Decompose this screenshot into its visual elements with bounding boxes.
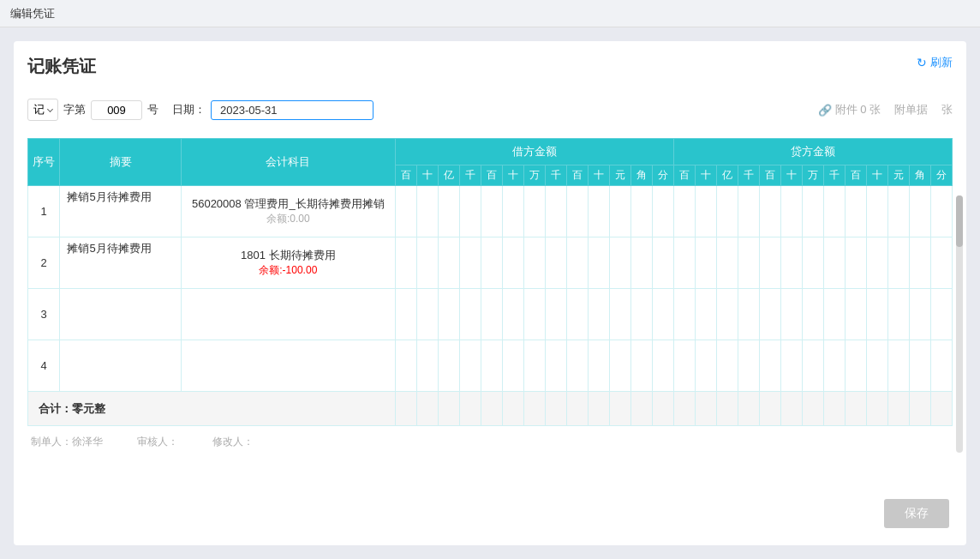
debit-digit-cell[interactable] [523, 237, 545, 289]
scrollbar-thumb[interactable] [956, 195, 963, 247]
debit-digit-cell[interactable] [652, 237, 673, 289]
credit-digit-cell[interactable] [780, 340, 802, 392]
debit-digit-cell[interactable] [588, 289, 609, 340]
credit-digit-cell[interactable] [930, 237, 952, 289]
debit-digit-cell[interactable] [545, 340, 566, 392]
credit-digit-cell[interactable] [866, 289, 887, 340]
credit-digit-cell[interactable] [866, 237, 887, 289]
debit-digit-cell[interactable] [566, 186, 588, 237]
debit-digit-cell[interactable] [502, 289, 523, 340]
debit-digit-cell[interactable] [609, 340, 630, 392]
debit-digit-cell[interactable] [545, 186, 566, 237]
attachment-link[interactable]: 🔗 附件 0 张 [818, 102, 881, 117]
debit-digit-cell[interactable] [588, 237, 609, 289]
credit-digit-cell[interactable] [759, 340, 780, 392]
debit-digit-cell[interactable] [545, 289, 566, 340]
credit-digit-cell[interactable] [930, 340, 952, 392]
credit-digit-cell[interactable] [887, 237, 909, 289]
debit-digit-cell[interactable] [609, 186, 630, 237]
debit-digit-cell[interactable] [395, 340, 416, 392]
row-account[interactable]: 56020008 管理费用_长期待摊费用摊销余额:0.00 [181, 186, 395, 237]
debit-digit-cell[interactable] [416, 340, 438, 392]
debit-digit-cell[interactable] [395, 237, 416, 289]
credit-digit-cell[interactable] [738, 289, 759, 340]
debit-digit-cell[interactable] [630, 186, 652, 237]
row-summary[interactable]: 摊销5月待摊费用 [60, 237, 181, 289]
row-summary[interactable]: 摊销5月待摊费用 [60, 186, 181, 237]
credit-digit-cell[interactable] [780, 186, 802, 237]
debit-digit-cell[interactable] [566, 340, 588, 392]
row-summary[interactable] [60, 340, 181, 392]
debit-digit-cell[interactable] [502, 237, 523, 289]
row-summary[interactable] [60, 289, 181, 340]
debit-digit-cell[interactable] [481, 289, 502, 340]
debit-digit-cell[interactable] [609, 289, 630, 340]
credit-digit-cell[interactable] [673, 340, 695, 392]
credit-digit-cell[interactable] [673, 237, 695, 289]
credit-digit-cell[interactable] [845, 289, 866, 340]
debit-digit-cell[interactable] [545, 237, 566, 289]
debit-digit-cell[interactable] [502, 340, 523, 392]
credit-digit-cell[interactable] [930, 289, 952, 340]
credit-digit-cell[interactable] [780, 237, 802, 289]
credit-digit-cell[interactable] [716, 289, 738, 340]
credit-digit-cell[interactable] [845, 237, 866, 289]
debit-digit-cell[interactable] [438, 186, 459, 237]
credit-digit-cell[interactable] [716, 340, 738, 392]
debit-digit-cell[interactable] [395, 186, 416, 237]
debit-digit-cell[interactable] [523, 186, 545, 237]
refresh-button[interactable]: ↻ 刷新 [917, 55, 953, 70]
debit-digit-cell[interactable] [416, 289, 438, 340]
debit-digit-cell[interactable] [502, 186, 523, 237]
scrollbar[interactable] [956, 195, 963, 453]
credit-digit-cell[interactable] [823, 237, 845, 289]
debit-digit-cell[interactable] [481, 237, 502, 289]
credit-digit-cell[interactable] [780, 289, 802, 340]
debit-digit-cell[interactable] [481, 186, 502, 237]
credit-digit-cell[interactable] [823, 289, 845, 340]
debit-digit-cell[interactable] [652, 340, 673, 392]
credit-digit-cell[interactable] [695, 237, 716, 289]
credit-digit-cell[interactable] [759, 237, 780, 289]
debit-digit-cell[interactable] [566, 237, 588, 289]
debit-digit-cell[interactable] [416, 186, 438, 237]
credit-digit-cell[interactable] [759, 186, 780, 237]
debit-digit-cell[interactable] [630, 340, 652, 392]
debit-digit-cell[interactable] [438, 340, 459, 392]
credit-digit-cell[interactable] [845, 186, 866, 237]
credit-digit-cell[interactable] [738, 340, 759, 392]
credit-digit-cell[interactable] [802, 237, 823, 289]
debit-digit-cell[interactable] [652, 289, 673, 340]
debit-digit-cell[interactable] [609, 237, 630, 289]
credit-digit-cell[interactable] [738, 237, 759, 289]
debit-digit-cell[interactable] [459, 289, 481, 340]
credit-digit-cell[interactable] [909, 186, 930, 237]
debit-digit-cell[interactable] [459, 340, 481, 392]
row-account[interactable] [181, 340, 395, 392]
credit-digit-cell[interactable] [823, 340, 845, 392]
credit-digit-cell[interactable] [716, 186, 738, 237]
credit-digit-cell[interactable] [738, 186, 759, 237]
credit-digit-cell[interactable] [802, 186, 823, 237]
debit-digit-cell[interactable] [523, 289, 545, 340]
credit-digit-cell[interactable] [930, 186, 952, 237]
credit-digit-cell[interactable] [909, 289, 930, 340]
debit-digit-cell[interactable] [395, 289, 416, 340]
credit-digit-cell[interactable] [802, 289, 823, 340]
debit-digit-cell[interactable] [416, 237, 438, 289]
attachment-doc[interactable]: 附单据 [894, 102, 928, 117]
credit-digit-cell[interactable] [866, 186, 887, 237]
credit-digit-cell[interactable] [887, 340, 909, 392]
credit-digit-cell[interactable] [866, 340, 887, 392]
credit-digit-cell[interactable] [802, 340, 823, 392]
zi-number-input[interactable] [91, 100, 142, 120]
credit-digit-cell[interactable] [695, 340, 716, 392]
credit-digit-cell[interactable] [887, 186, 909, 237]
debit-digit-cell[interactable] [588, 340, 609, 392]
credit-digit-cell[interactable] [673, 289, 695, 340]
debit-digit-cell[interactable] [630, 237, 652, 289]
credit-digit-cell[interactable] [845, 340, 866, 392]
save-button[interactable]: 保存 [884, 499, 949, 528]
credit-digit-cell[interactable] [759, 289, 780, 340]
row-account[interactable] [181, 289, 395, 340]
